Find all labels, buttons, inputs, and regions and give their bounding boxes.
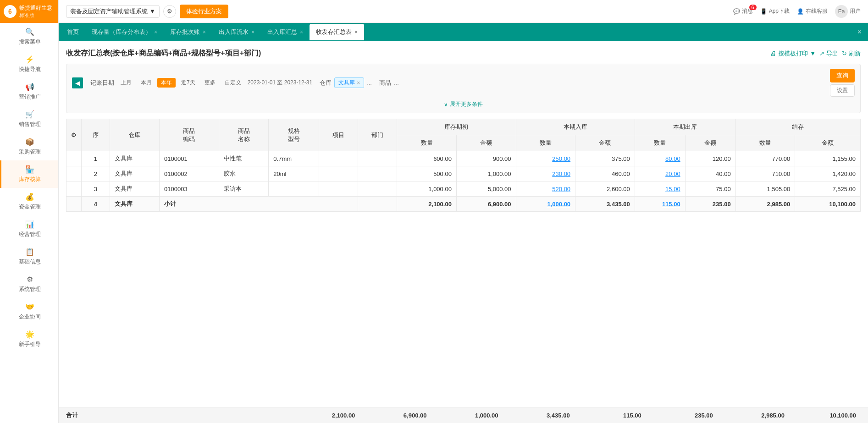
messages-badge: 6 bbox=[749, 5, 757, 10]
page-inner: 收发存汇总表(按仓库+商品编码+商品+规格型号+项目+部门) 🖨 按模板打印 ▼… bbox=[59, 41, 868, 407]
col-opening-th: 库存期初 bbox=[397, 119, 516, 135]
tab-inventory-dist[interactable]: 现存量（库存分布表） × bbox=[85, 24, 164, 40]
sidebar-item-marketing[interactable]: 📢 营销推广 bbox=[0, 78, 58, 105]
sidebar-item-finance[interactable]: 💰 资金管理 bbox=[0, 188, 58, 215]
col-goods-code-th: 商品编码 bbox=[160, 119, 219, 151]
sidebar-system-icon: ⚙ bbox=[27, 275, 33, 284]
row-warehouse: 文具库 bbox=[110, 166, 160, 181]
col-balance-th: 结存 bbox=[735, 119, 860, 135]
row-open-amt: 1,000.00 bbox=[456, 166, 516, 181]
sidebar-item-sales[interactable]: 🛒 销售管理 bbox=[0, 105, 58, 133]
sidebar-item-quicknav[interactable]: ⚡ 快捷导航 bbox=[0, 50, 58, 78]
subtotal-open-qty: 2,100.00 bbox=[397, 197, 457, 212]
right-panel: 查询 设置 bbox=[830, 69, 855, 97]
table-row: 3 文具库 0100003 采访本 1,000.00 5,000.00 520.… bbox=[66, 181, 861, 197]
table-row: 2 文具库 0100002 胶水 20ml 500.00 1,000.00 23… bbox=[66, 166, 861, 181]
sidebar-quicknav-label: 快捷导航 bbox=[19, 66, 41, 73]
tab-inout-flow[interactable]: 出入库流水 × bbox=[212, 24, 261, 40]
setup-button[interactable]: 设置 bbox=[830, 84, 855, 97]
row-in-qty: 250.00 bbox=[516, 151, 575, 166]
tab-inout-summary[interactable]: 出入库汇总 × bbox=[261, 24, 310, 40]
row-in-qty: 520.00 bbox=[516, 181, 575, 197]
system-selector[interactable]: 装备及固定资产辅助管理系统 ▼ bbox=[66, 5, 160, 18]
goods-ellipsis[interactable]: ... bbox=[394, 79, 399, 86]
sidebar-item-system[interactable]: ⚙ 系统管理 bbox=[0, 270, 58, 298]
messages-action[interactable]: 💬 消息 6 bbox=[733, 7, 753, 15]
col-bal-amt-th: 金额 bbox=[795, 135, 861, 151]
tab-inout-flow-label: 出入库流水 bbox=[219, 28, 249, 36]
query-button[interactable]: 查询 bbox=[830, 69, 855, 82]
sidebar-operations-label: 经营管理 bbox=[19, 231, 41, 238]
warehouse-ellipsis[interactable]: ... bbox=[367, 79, 372, 86]
col-warehouse-th: 仓库 bbox=[110, 119, 160, 151]
row-project bbox=[319, 166, 358, 181]
row-goods-spec: 20ml bbox=[269, 166, 319, 181]
tab-batch-account-label: 库存批次账 bbox=[170, 28, 200, 36]
date-tabs: 上月 本月 本年 近7天 更多 自定义 bbox=[117, 78, 245, 88]
online-service-action[interactable]: 👤 在线客服 bbox=[797, 7, 828, 15]
row-no: 2 bbox=[82, 166, 110, 181]
filter-warehouse: 仓库 文具库 × ... bbox=[320, 77, 372, 88]
row-bal-qty: 770.00 bbox=[735, 151, 795, 166]
refresh-button[interactable]: ↻ 刷新 bbox=[842, 49, 861, 58]
col-settings-th[interactable]: ⚙ bbox=[66, 119, 82, 151]
sidebar-item-inventory[interactable]: 🏪 库存核算 bbox=[0, 160, 58, 188]
export-button[interactable]: ↗ 导出 bbox=[819, 49, 838, 58]
top-bar: 装备及固定资产辅助管理系统 ▼ ⚙ 体验行业方案 💬 消息 6 📱 App下载 … bbox=[59, 0, 868, 23]
sidebar-item-purchase[interactable]: 📦 采购管理 bbox=[0, 133, 58, 160]
print-button[interactable]: 🖨 按模板打印 ▼ bbox=[770, 49, 816, 58]
logo-text: 畅捷通好生意 标准版 bbox=[19, 5, 52, 18]
row-warehouse: 文具库 bbox=[110, 181, 160, 197]
tab-receive-summary-close[interactable]: × bbox=[354, 29, 358, 35]
date-tab-7days[interactable]: 近7天 bbox=[177, 78, 199, 88]
sidebar-item-basic[interactable]: 📋 基础信息 bbox=[0, 243, 58, 270]
tab-inout-summary-close[interactable]: × bbox=[300, 29, 303, 35]
global-close-icon[interactable]: × bbox=[853, 28, 866, 36]
date-tab-more[interactable]: 更多 bbox=[201, 78, 219, 88]
tab-bar: 首页 现存量（库存分布表） × 库存批次账 × 出入库流水 × 出入库汇总 × … bbox=[59, 23, 868, 41]
sidebar-finance-icon: 💰 bbox=[25, 192, 34, 201]
col-out-qty-th: 数量 bbox=[635, 135, 685, 151]
sidebar-collab-icon: 🤝 bbox=[25, 302, 34, 311]
date-tab-prev-month[interactable]: 上月 bbox=[117, 78, 135, 88]
table-row: 1 文具库 0100001 中性笔 0.7mm 600.00 900.00 25… bbox=[66, 151, 861, 166]
sidebar-item-newbie[interactable]: 🌟 新手引导 bbox=[0, 325, 58, 353]
filter-collapse-button[interactable]: ◀ bbox=[72, 77, 83, 88]
sidebar-finance-label: 资金管理 bbox=[19, 203, 41, 211]
sidebar-sales-label: 销售管理 bbox=[19, 121, 41, 128]
row-out-qty: 15.00 bbox=[635, 181, 685, 197]
sidebar-item-collab[interactable]: 🤝 企业协同 bbox=[0, 298, 58, 325]
chevron-down-icon: ▼ bbox=[149, 8, 155, 15]
table-container: ⚙ 序 仓库 商品编码 商品名称 规格型号 项目 部门 库存期初 本期入库 本期 bbox=[66, 119, 861, 212]
tab-receive-summary[interactable]: 收发存汇总表 × bbox=[310, 24, 364, 40]
warehouse-tag-close[interactable]: × bbox=[357, 80, 360, 86]
trial-button[interactable]: 体验行业方案 bbox=[180, 5, 228, 18]
row-goods-code: 0100002 bbox=[160, 166, 219, 181]
sidebar-nav: 🔍 搜索菜单 ⚡ 快捷导航 📢 营销推广 🛒 销售管理 📦 采购管理 🏪 库存核… bbox=[0, 23, 58, 423]
subtotal-open-amt: 6,900.00 bbox=[456, 197, 516, 212]
app-download-action[interactable]: 📱 App下载 bbox=[760, 7, 790, 15]
warehouse-tag[interactable]: 文具库 × bbox=[334, 77, 364, 88]
bottom-bar: 合计 2,100.00 6,900.00 1,000.00 3,435.00 1… bbox=[59, 407, 868, 423]
sidebar-marketing-label: 营销推广 bbox=[19, 93, 41, 101]
tab-inventory-dist-close[interactable]: × bbox=[154, 29, 157, 35]
total-out-amt: 235.00 bbox=[646, 412, 718, 419]
col-project-th: 项目 bbox=[319, 119, 358, 151]
row-bal-qty: 710.00 bbox=[735, 166, 795, 181]
user-action[interactable]: Ea 用户 bbox=[835, 5, 861, 18]
page-content: 收发存汇总表(按仓库+商品编码+商品+规格型号+项目+部门) 🖨 按模板打印 ▼… bbox=[59, 41, 868, 407]
sidebar-item-search[interactable]: 🔍 搜索菜单 bbox=[0, 23, 58, 50]
sidebar-item-operations[interactable]: 📊 经营管理 bbox=[0, 215, 58, 243]
tab-home[interactable]: 首页 bbox=[61, 24, 85, 40]
date-tab-custom[interactable]: 自定义 bbox=[221, 78, 245, 88]
tab-batch-account[interactable]: 库存批次账 × bbox=[164, 24, 212, 40]
settings-icon[interactable]: ⚙ bbox=[163, 5, 176, 18]
date-tab-this-year[interactable]: 本年 bbox=[157, 78, 176, 88]
tab-batch-account-close[interactable]: × bbox=[203, 29, 206, 35]
date-tab-this-month[interactable]: 本月 bbox=[137, 78, 155, 88]
expand-button[interactable]: ∨ 展开更多条件 bbox=[72, 100, 855, 108]
tab-inout-flow-close[interactable]: × bbox=[251, 29, 254, 35]
online-service-label: 在线客服 bbox=[806, 7, 828, 15]
total-in-qty: 1,000.00 bbox=[431, 412, 503, 419]
subtotal-label: 小计 bbox=[160, 197, 358, 212]
